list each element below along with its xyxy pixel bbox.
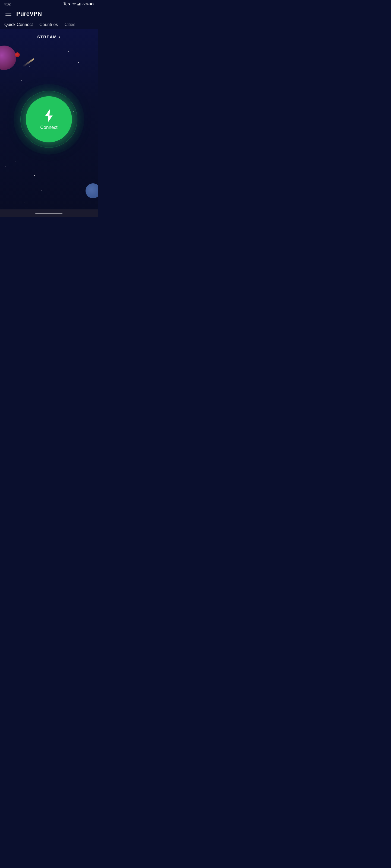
connect-label: Connect (40, 124, 57, 130)
hamburger-button[interactable] (4, 10, 12, 17)
status-bar: 4:02 77% (0, 0, 98, 8)
battery-label: 77% (82, 2, 88, 6)
nav-bar (0, 209, 98, 217)
status-icons: 77% (63, 2, 94, 6)
lightning-bolt-icon (43, 108, 55, 123)
tab-quick-connect[interactable]: Quick Connect (4, 20, 33, 29)
stream-button[interactable]: STREAM › (35, 33, 63, 40)
chevron-right-icon: › (59, 34, 60, 39)
nav-indicator (35, 213, 62, 214)
location-icon (68, 2, 71, 6)
small-planet-decoration (15, 52, 20, 57)
tab-countries[interactable]: Countries (39, 20, 58, 29)
svg-line-0 (63, 3, 66, 6)
tab-cities[interactable]: Cities (64, 20, 75, 29)
svg-rect-7 (93, 4, 94, 5)
connect-button[interactable]: Connect (26, 96, 72, 142)
main-content: STREAM › Connect (0, 29, 98, 212)
tab-bar: Quick Connect Countries Cities (0, 20, 98, 29)
connect-outer-ring: Connect (13, 84, 84, 154)
svg-rect-4 (80, 3, 80, 5)
svg-rect-2 (78, 4, 79, 5)
stream-bar: STREAM › (0, 29, 98, 42)
mute-icon (63, 2, 67, 6)
wifi-icon (72, 2, 76, 6)
signal-icon (77, 2, 81, 6)
svg-rect-1 (77, 4, 78, 5)
hamburger-line-3 (5, 16, 11, 16)
stream-label: STREAM (37, 34, 57, 39)
status-time: 4:02 (4, 2, 10, 6)
connect-area: Connect (13, 84, 84, 154)
svg-rect-6 (90, 3, 92, 5)
connect-middle-ring: Connect (20, 91, 77, 148)
app-title: PureVPN (16, 10, 42, 18)
battery-icon (90, 3, 94, 5)
svg-rect-3 (79, 3, 80, 5)
hamburger-line-2 (5, 13, 11, 14)
hamburger-line-1 (5, 12, 11, 12)
svg-marker-8 (45, 109, 53, 122)
header: PureVPN (0, 8, 98, 20)
